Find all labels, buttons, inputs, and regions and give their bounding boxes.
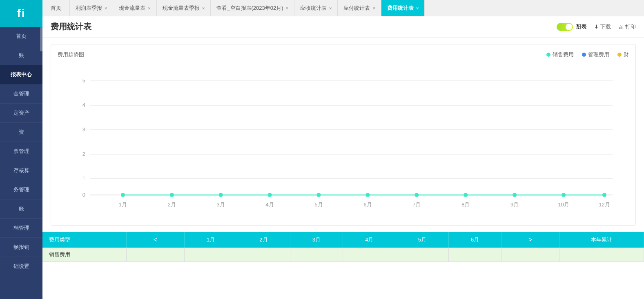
col-nav-prev[interactable]: < <box>126 232 184 248</box>
table-section: 费用类型 < 1月 2月 3月 4月 5月 6月 > 本年累计 <box>42 232 644 299</box>
legend-item-sales: 销售费用 <box>546 51 574 58</box>
col-month5: 5月 <box>396 232 448 248</box>
svg-text:1月: 1月 <box>119 202 127 208</box>
svg-text:3: 3 <box>82 126 85 133</box>
tab-bar: 首页 利润表季报 × 现金流量表 × 现金流量表季报 × 查看_空白报表(202… <box>42 0 644 16</box>
row-spacer <box>126 248 184 262</box>
legend-label-finance: 财 <box>624 51 629 58</box>
page-title: 费用统计表 <box>51 21 91 32</box>
tab-profit-quarterly[interactable]: 利润表季报 × <box>70 0 113 16</box>
svg-text:0: 0 <box>82 192 85 198</box>
sidebar-item-capital[interactable]: 资 <box>0 123 42 142</box>
col-ytd: 本年累计 <box>559 232 644 248</box>
print-button[interactable]: 🖨 打印 <box>618 23 636 31</box>
prev-arrow-icon[interactable]: < <box>150 236 160 243</box>
sidebar: fi 首页 账 报表中心 金管理 定资产 资 票管理 存核算 务管理 账 档管理… <box>0 0 42 299</box>
col-month6: 6月 <box>449 232 501 248</box>
tab-expense-stats[interactable]: 费用统计表 × <box>381 0 425 16</box>
col-month4: 4月 <box>343 232 396 248</box>
download-label: 下载 <box>600 23 611 31</box>
row-val-3 <box>290 248 343 262</box>
tab-payable[interactable]: 应付统计表 × <box>338 0 381 16</box>
sidebar-item-expense[interactable]: 畅报销 <box>0 238 42 257</box>
close-icon[interactable]: × <box>416 6 419 11</box>
sidebar-item-archive[interactable]: 档管理 <box>0 219 42 238</box>
expense-table: 费用类型 < 1月 2月 3月 4月 5月 6月 > 本年累计 <box>42 232 644 262</box>
legend-label-sales: 销售费用 <box>553 51 574 58</box>
next-arrow-icon[interactable]: > <box>525 236 535 243</box>
svg-text:7月: 7月 <box>412 202 421 208</box>
svg-point-16 <box>268 193 272 197</box>
sidebar-scrollbar[interactable] <box>40 27 42 51</box>
svg-text:3月: 3月 <box>217 202 225 208</box>
col-month2: 2月 <box>237 232 290 248</box>
sidebar-item-settings[interactable]: 础设置 <box>0 257 42 276</box>
close-icon[interactable]: × <box>286 6 288 11</box>
chart-header: 费用趋势图 销售费用 管理费用 财 <box>58 51 629 58</box>
close-icon[interactable]: × <box>372 6 375 11</box>
svg-text:10月: 10月 <box>558 202 569 208</box>
svg-point-22 <box>562 193 566 197</box>
svg-text:12月: 12月 <box>599 202 610 208</box>
sidebar-item-reports[interactable]: 报表中心 <box>0 65 42 84</box>
line-chart: 5 4 3 2 1 0 <box>58 62 629 217</box>
tab-blank-report[interactable]: 查看_空白报表(2023年02月) × <box>211 0 294 16</box>
sidebar-item-inventory[interactable]: 存核算 <box>0 161 42 180</box>
chart-legend: 销售费用 管理费用 财 <box>546 51 629 58</box>
close-icon[interactable]: × <box>148 6 150 11</box>
svg-point-23 <box>602 193 606 197</box>
svg-point-20 <box>464 193 468 197</box>
svg-point-14 <box>170 193 174 197</box>
row-val-6 <box>449 248 501 262</box>
row-val-4 <box>343 248 396 262</box>
svg-text:1: 1 <box>82 175 85 182</box>
print-icon: 🖨 <box>618 24 624 30</box>
tab-label: 应付统计表 <box>343 4 370 12</box>
download-button[interactable]: ⬇ 下载 <box>594 23 611 31</box>
sidebar-item-ledger[interactable]: 账 <box>0 199 42 219</box>
sidebar-item-fund[interactable]: 金管理 <box>0 84 42 104</box>
svg-point-13 <box>121 193 125 197</box>
sidebar-logo: fi <box>0 0 42 27</box>
sidebar-item-assets[interactable]: 定资产 <box>0 104 42 123</box>
svg-point-19 <box>414 193 419 197</box>
sidebar-item-service[interactable]: 务管理 <box>0 180 42 199</box>
row-val-1 <box>184 248 237 262</box>
toggle-label: 图表 <box>575 23 587 31</box>
svg-text:4月: 4月 <box>266 202 274 208</box>
legend-dot-admin <box>582 53 586 57</box>
tab-cashflow[interactable]: 现金流量表 × <box>113 0 156 16</box>
svg-text:6月: 6月 <box>363 202 372 208</box>
svg-point-17 <box>317 193 321 197</box>
sidebar-item-home[interactable]: 首页 <box>0 27 42 46</box>
svg-text:5: 5 <box>82 78 85 84</box>
tab-label: 应收统计表 <box>300 4 327 12</box>
svg-text:9月: 9月 <box>510 202 519 208</box>
chart-title: 费用趋势图 <box>58 51 84 58</box>
tab-cashflow-quarterly[interactable]: 现金流量表季报 × <box>157 0 211 16</box>
col-month1: 1月 <box>184 232 237 248</box>
sidebar-item-account[interactable]: 账 <box>0 46 42 65</box>
header-actions: 图表 ⬇ 下载 🖨 打印 <box>557 23 636 31</box>
svg-point-15 <box>219 193 223 197</box>
legend-item-finance: 财 <box>617 51 629 58</box>
table-row: 销售费用 <box>42 248 644 262</box>
content-area: 费用统计表 图表 ⬇ 下载 🖨 打印 费用趋势图 <box>42 16 644 299</box>
col-nav-next[interactable]: > <box>501 232 559 248</box>
close-icon[interactable]: × <box>105 6 107 11</box>
close-icon[interactable]: × <box>329 6 332 11</box>
chart-section: 费用趋势图 销售费用 管理费用 财 <box>51 44 636 226</box>
tab-label: 查看_空白报表(2023年02月) <box>216 4 283 12</box>
close-icon[interactable]: × <box>202 6 205 11</box>
svg-text:4: 4 <box>82 102 85 108</box>
tab-receivable[interactable]: 应收统计表 × <box>294 0 338 16</box>
col-month3: 3月 <box>290 232 343 248</box>
sidebar-item-tickets[interactable]: 票管理 <box>0 142 42 161</box>
legend-dot-sales <box>546 53 550 57</box>
tab-label: 利润表季报 <box>76 4 102 12</box>
tab-home[interactable]: 首页 <box>42 0 70 16</box>
svg-text:2月: 2月 <box>168 202 176 208</box>
row-val-2 <box>237 248 290 262</box>
chart-toggle[interactable] <box>557 23 573 31</box>
tab-label: 现金流量表季报 <box>163 4 200 12</box>
